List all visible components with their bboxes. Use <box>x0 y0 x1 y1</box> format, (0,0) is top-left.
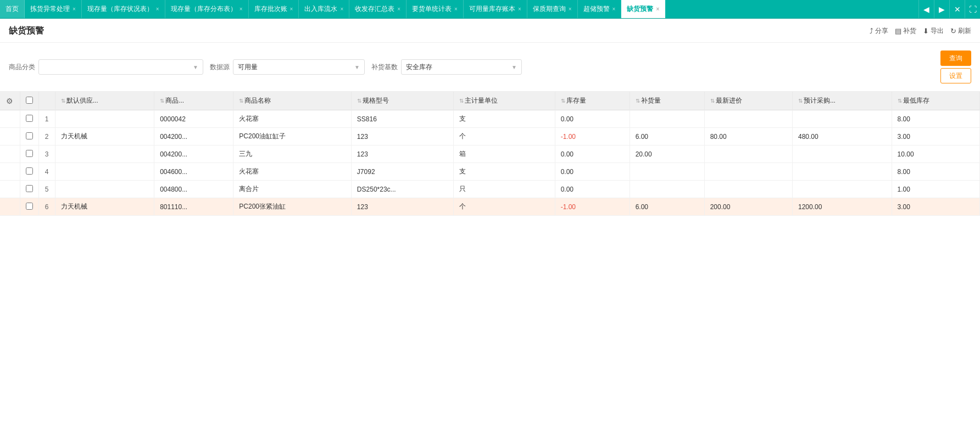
page-container: 缺货预警 ⤴ 分享 ▤ 补货 ⬇ 导出 ↻ 刷新 商品分类 <box>0 19 980 437</box>
row-checkbox-cell-0 <box>20 110 38 128</box>
restock-base-filter-group: 补货基数 安全库存 ▼ <box>371 59 522 75</box>
row-checkbox-cell-3 <box>20 163 38 181</box>
nav-tab-label-11: 缺货预警 <box>627 4 653 14</box>
table-row: 6 力天机械 801110... PC200张紧油缸 123 个 -1.00 6… <box>0 198 980 216</box>
row-min-2: 10.00 <box>892 145 979 163</box>
restock-btn[interactable]: ▤ 补货 <box>895 26 916 36</box>
row-checkbox-0[interactable] <box>26 115 33 122</box>
row-restock-2: 20.00 <box>630 145 704 163</box>
nav-prev-btn[interactable]: ◀ <box>918 0 934 18</box>
query-button[interactable]: 查询 <box>940 51 971 66</box>
th-restock-qty[interactable]: ⇅补货量 <box>630 92 704 110</box>
th-row-num <box>38 92 55 110</box>
datasource-select-arrow: ▼ <box>354 64 360 70</box>
th-product-name[interactable]: ⇅商品名称 <box>233 92 352 110</box>
nav-tab-label-9: 保质期查询 <box>533 4 566 14</box>
nav-tab-label-5: 出入库流水 <box>304 4 337 14</box>
row-restock-0 <box>630 110 704 128</box>
row-code-4: 004800... <box>154 181 233 198</box>
nav-tab-close-2[interactable]: × <box>156 6 159 12</box>
row-price-3 <box>704 163 792 181</box>
nav-tab-label-3: 现存量（库存分布表） <box>171 4 237 14</box>
datasource-select[interactable]: 可用量 ▼ <box>233 59 365 75</box>
nav-tab-close-9[interactable]: × <box>569 6 572 12</box>
row-stock-1: -1.00 <box>555 128 630 145</box>
nav-tab-close-6[interactable]: × <box>397 6 400 12</box>
row-spec-2: 123 <box>351 145 453 163</box>
row-unit-1: 个 <box>454 128 555 145</box>
row-stock-0: 0.00 <box>555 110 630 128</box>
nav-tab-close-3[interactable]: × <box>240 6 243 12</box>
nav-tab-close-8[interactable]: × <box>518 6 521 12</box>
row-checkbox-3[interactable] <box>26 167 33 175</box>
sort-icon-6: ⇅ <box>561 98 565 104</box>
export-btn[interactable]: ⬇ 导出 <box>923 26 944 36</box>
th-unit[interactable]: ⇅主计量单位 <box>454 92 555 110</box>
row-est-5: 1200.00 <box>792 198 892 216</box>
refresh-btn[interactable]: ↻ 刷新 <box>950 26 971 36</box>
nav-tab-11[interactable]: 缺货预警 × <box>621 0 665 18</box>
nav-next-btn[interactable]: ▶ <box>934 0 949 18</box>
restock-base-label: 补货基数 <box>371 63 398 72</box>
gear-icon[interactable]: ⚙ <box>5 97 14 105</box>
export-icon: ⬇ <box>923 27 929 35</box>
row-est-3 <box>792 163 892 181</box>
row-supplier-2 <box>55 145 154 163</box>
table-header-row: ⚙ ⇅默认供应... ⇅商品... ⇅商品名称 <box>0 92 980 110</box>
row-supplier-1: 力天机械 <box>55 128 154 145</box>
th-latest-price[interactable]: ⇅最新进价 <box>704 92 792 110</box>
row-checkbox-cell-4 <box>20 181 38 198</box>
nav-tab-4[interactable]: 库存批次账 × <box>249 0 299 18</box>
nav-tab-9[interactable]: 保质期查询 × <box>527 0 578 18</box>
row-est-4 <box>792 181 892 198</box>
row-unit-4: 只 <box>454 181 555 198</box>
nav-tab-8[interactable]: 可用量库存账本 × <box>464 0 527 18</box>
nav-tab-2[interactable]: 现存量（库存状况表） × <box>82 0 165 18</box>
row-min-0: 8.00 <box>892 110 979 128</box>
filter-actions: 查询 设置 <box>940 51 971 83</box>
th-spec[interactable]: ⇅规格型号 <box>351 92 453 110</box>
select-all-checkbox[interactable] <box>26 97 33 104</box>
settings-button[interactable]: 设置 <box>940 68 971 83</box>
th-default-supplier[interactable]: ⇅默认供应... <box>55 92 154 110</box>
row-checkbox-5[interactable] <box>26 203 33 210</box>
row-name-4: 离合片 <box>233 181 352 198</box>
row-name-5: PC200张紧油缸 <box>233 198 352 216</box>
share-btn[interactable]: ⤴ 分享 <box>870 26 888 36</box>
nav-tab-close-11[interactable]: × <box>656 6 659 12</box>
data-table: ⚙ ⇅默认供应... ⇅商品... ⇅商品名称 <box>0 92 980 216</box>
row-gear-2 <box>0 145 20 163</box>
th-est-purchase[interactable]: ⇅预计采购... <box>792 92 892 110</box>
nav-tab-7[interactable]: 要货单统计表 × <box>407 0 464 18</box>
nav-tab-close-10[interactable]: × <box>612 6 616 12</box>
nav-tab-5[interactable]: 出入库流水 × <box>299 0 349 18</box>
restock-base-select[interactable]: 安全库存 ▼ <box>401 59 522 75</box>
nav-tab-close-4[interactable]: × <box>290 6 293 12</box>
th-product-code[interactable]: ⇅商品... <box>154 92 233 110</box>
nav-close-btn[interactable]: ✕ <box>949 0 965 18</box>
nav-tab-label-10: 超储预警 <box>583 4 610 14</box>
row-checkbox-4[interactable] <box>26 185 33 192</box>
row-num-4: 5 <box>38 181 55 198</box>
row-checkbox-1[interactable] <box>26 132 33 139</box>
nav-tab-1[interactable]: 拣货异常处理 × <box>25 0 82 18</box>
sort-icon-8: ⇅ <box>710 98 715 104</box>
nav-tab-close-5[interactable]: × <box>340 6 343 12</box>
nav-tab-10[interactable]: 超储预警 × <box>578 0 622 18</box>
row-gear-1 <box>0 128 20 145</box>
row-est-0 <box>792 110 892 128</box>
row-min-4: 1.00 <box>892 181 979 198</box>
nav-tab-3[interactable]: 现存量（库存分布表） × <box>165 0 249 18</box>
th-stock-qty[interactable]: ⇅库存量 <box>555 92 630 110</box>
row-checkbox-2[interactable] <box>26 150 33 157</box>
nav-tab-close-7[interactable]: × <box>454 6 458 12</box>
th-min-stock[interactable]: ⇅最低库存 <box>892 92 979 110</box>
nav-tab-6[interactable]: 收发存汇总表 × <box>349 0 407 18</box>
nav-expand-btn[interactable]: ⛶ <box>965 0 980 18</box>
nav-tab-label-4: 库存批次账 <box>254 4 287 14</box>
category-select[interactable]: ▼ <box>38 59 203 75</box>
sort-icon-2: ⇅ <box>160 98 164 104</box>
nav-tab-close-1[interactable]: × <box>73 6 76 12</box>
nav-tab-0[interactable]: 首页 <box>0 0 25 18</box>
restock-base-select-value: 安全库存 <box>406 63 432 72</box>
